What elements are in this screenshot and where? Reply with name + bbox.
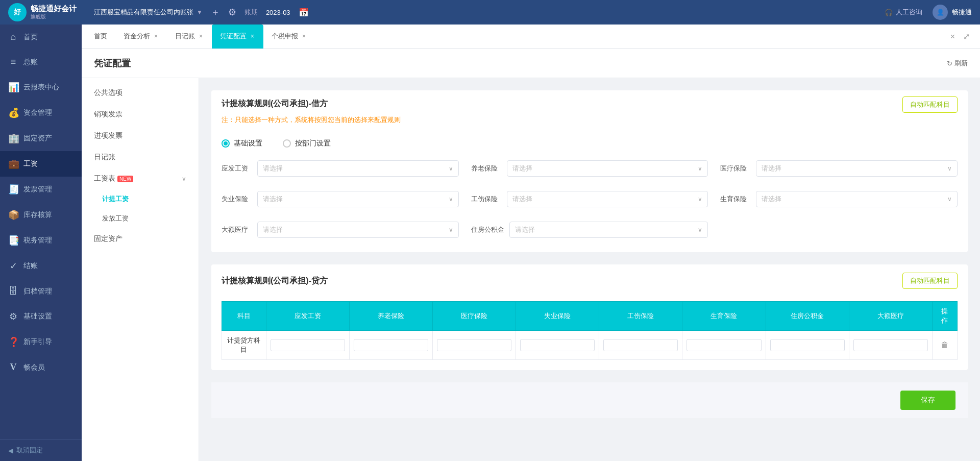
th-daeyiliao: 大额医疗 xyxy=(849,302,932,331)
radio-basic-circle xyxy=(222,139,230,148)
select-yiliao[interactable]: 请选择 ∨ xyxy=(756,160,958,177)
tax-icon: 📑 xyxy=(8,235,18,246)
content-with-nav: 公共选项 销项发票 进项发票 日记账 工资表NEW ∨ 计提工资 xyxy=(82,78,980,461)
sub-nav-purchase[interactable]: 进项发票 xyxy=(82,125,199,147)
sidebar-item-salary[interactable]: 💼 工资 xyxy=(0,151,82,177)
company-selector[interactable]: 江西服宝精品有限责任公司内账张 ▼ xyxy=(94,8,203,17)
sub-nav-payroll-pay[interactable]: 发放工资 xyxy=(82,209,199,228)
td-gongshang-input[interactable] xyxy=(603,339,678,351)
td-yanglao-input[interactable] xyxy=(354,339,428,351)
td-shiye-input[interactable] xyxy=(520,339,595,351)
th-yanglao: 养老保险 xyxy=(349,302,432,331)
tab-voucher-config[interactable]: 凭证配置 × xyxy=(212,25,263,48)
checkout-icon: ✓ xyxy=(8,260,18,272)
tab-home[interactable]: 首页 xyxy=(86,25,115,48)
sidebar-item-reports[interactable]: 📊 云报表中心 xyxy=(0,75,82,100)
radio-basic-setting[interactable]: 基础设置 xyxy=(222,139,262,148)
sidebar-item-funds[interactable]: 💰 资金管理 xyxy=(0,100,82,126)
select-yingfa[interactable]: 请选择 ∨ xyxy=(257,160,459,177)
sub-nav-sales[interactable]: 销项发票 xyxy=(82,104,199,125)
sidebar-item-home[interactable]: ⌂ 首页 xyxy=(0,25,82,50)
sidebar-item-settings[interactable]: ⚙ 基础设置 xyxy=(0,304,82,329)
sidebar-item-inventory[interactable]: 📦 库存核算 xyxy=(0,202,82,228)
sub-nav-payroll-table[interactable]: 工资表NEW ∨ xyxy=(82,168,199,189)
form-item-gongjijin: 住房公积金 请选择 ∨ xyxy=(471,222,708,238)
select-yiliao-value: 请选择 xyxy=(762,164,781,173)
sub-nav-payroll-pay-label: 发放工资 xyxy=(102,214,129,222)
page-title: 凭证配置 xyxy=(94,57,131,69)
td-yingfa-input[interactable] xyxy=(271,339,345,351)
unpin-button[interactable]: ◀ 取消固定 xyxy=(0,439,82,461)
sidebar-item-ledger[interactable]: ≡ 总账 xyxy=(0,50,82,75)
sidebar-item-assets[interactable]: 🏢 固定资产 xyxy=(0,126,82,151)
content-area: 首页 资金分析 × 日记账 × 凭证配置 × 个税申报 × × ⤢ xyxy=(82,25,980,461)
td-yiliao-input[interactable] xyxy=(437,339,511,351)
label-shiye: 失业保险 xyxy=(222,195,252,204)
radio-dept-setting[interactable]: 按部门设置 xyxy=(283,139,331,148)
sidebar-label-funds: 资金管理 xyxy=(23,108,52,117)
tab-tax-return[interactable]: 个税申报 × xyxy=(263,25,315,48)
sidebar-item-invoices[interactable]: 🧾 发票管理 xyxy=(0,177,82,202)
sub-nav-payroll-calc[interactable]: 计提工资 xyxy=(82,189,199,209)
sidebar-item-checkout[interactable]: ✓ 结账 xyxy=(0,253,82,279)
support-button[interactable]: 🎧 人工咨询 xyxy=(885,8,922,17)
main-layout: ⌂ 首页 ≡ 总账 📊 云报表中心 💰 资金管理 🏢 固定资产 💼 工资 🧾 发… xyxy=(0,25,980,461)
tab-voucher-config-close[interactable]: × xyxy=(250,33,255,40)
tab-capital-analysis-label: 资金分析 xyxy=(124,32,150,41)
select-gongjijin-arrow: ∨ xyxy=(698,226,702,233)
td-shengyu-input[interactable] xyxy=(687,339,761,351)
debit-auto-match-button[interactable]: 自动匹配科目 xyxy=(902,96,958,113)
sub-nav-sales-label: 销项发票 xyxy=(94,110,122,119)
sidebar-item-member[interactable]: V 畅会员 xyxy=(0,355,82,380)
sidebar-item-guide[interactable]: ❓ 新手引导 xyxy=(0,329,82,355)
td-row-label: 计提贷方科目 xyxy=(222,331,266,360)
save-button[interactable]: 保存 xyxy=(900,391,955,410)
guide-icon: ❓ xyxy=(8,336,18,348)
tab-capital-analysis[interactable]: 资金分析 × xyxy=(115,25,167,48)
tab-journal-close[interactable]: × xyxy=(198,33,204,40)
select-shiye[interactable]: 请选择 ∨ xyxy=(257,191,459,207)
form-item-shiye: 失业保险 请选择 ∨ xyxy=(222,191,459,207)
td-daeyiliao-input[interactable] xyxy=(853,339,928,351)
invoices-icon: 🧾 xyxy=(8,184,18,195)
sidebar-label-home: 首页 xyxy=(23,33,38,42)
refresh-button[interactable]: ↻ 刷新 xyxy=(947,59,968,68)
user-area[interactable]: 👤 畅捷通 xyxy=(933,5,972,20)
credit-table: 科目 应发工资 养老保险 医疗保险 失业保险 工伤保险 生育保险 住房公积金 大… xyxy=(222,301,958,360)
company-name: 江西服宝精品有限责任公司内账张 xyxy=(94,8,193,17)
settings-button[interactable]: ⚙ xyxy=(228,7,236,18)
debit-radio-group: 基础设置 按部门设置 xyxy=(222,135,958,156)
sub-nav-public[interactable]: 公共选项 xyxy=(82,82,199,104)
support-label: 人工咨询 xyxy=(896,8,922,17)
td-gongjijin-input[interactable] xyxy=(770,339,845,351)
select-yanglao[interactable]: 请选择 ∨ xyxy=(507,160,708,177)
close-tab-button[interactable]: × xyxy=(948,30,957,43)
td-yanglao-input-cell xyxy=(349,331,432,360)
tab-capital-analysis-close[interactable]: × xyxy=(153,33,159,40)
app-name: 畅捷通好会计 xyxy=(31,4,77,13)
delete-row-icon[interactable]: 🗑 xyxy=(941,341,949,349)
sub-nav-payroll-table-label: 工资表NEW xyxy=(94,174,133,183)
sub-nav-fixed-assets[interactable]: 固定资产 xyxy=(82,228,199,250)
credit-section-title: 计提核算规则(公司承担)-贷方 xyxy=(222,276,328,286)
home-icon: ⌂ xyxy=(8,32,18,42)
select-gongshang[interactable]: 请选择 ∨ xyxy=(507,191,708,207)
label-yanglao: 养老保险 xyxy=(471,164,502,173)
sub-nav-journal[interactable]: 日记账 xyxy=(82,147,199,168)
sidebar-item-archive[interactable]: 🗄 归档管理 xyxy=(0,279,82,304)
expand-tab-button[interactable]: ⤢ xyxy=(961,30,972,43)
credit-auto-match-button[interactable]: 自动匹配科目 xyxy=(902,273,958,289)
select-shengyu[interactable]: 请选择 ∨ xyxy=(756,191,958,207)
tab-tax-return-close[interactable]: × xyxy=(301,33,307,40)
select-gongjijin[interactable]: 请选择 ∨ xyxy=(509,222,708,238)
select-daeyiliao[interactable]: 请选择 ∨ xyxy=(257,222,459,238)
sidebar-label-assets: 固定资产 xyxy=(23,134,52,143)
th-subject: 科目 xyxy=(222,302,266,331)
sidebar-item-tax[interactable]: 📑 税务管理 xyxy=(0,228,82,253)
calendar-icon[interactable]: 📅 xyxy=(299,8,309,17)
add-button[interactable]: ＋ xyxy=(211,6,220,18)
tab-journal[interactable]: 日记账 × xyxy=(167,25,212,48)
sidebar-label-tax: 税务管理 xyxy=(23,236,52,245)
select-yanglao-arrow: ∨ xyxy=(698,165,702,172)
td-yingfa-input-cell xyxy=(266,331,349,360)
